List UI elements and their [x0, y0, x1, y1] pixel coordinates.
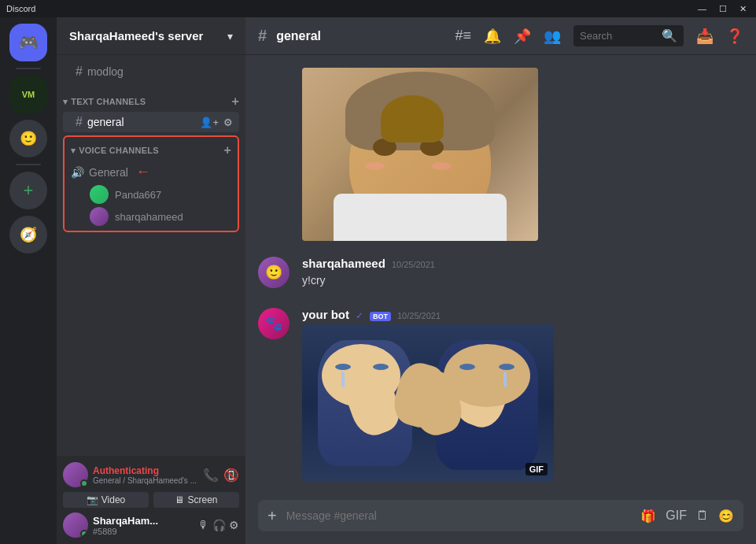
add-voice-channel-icon[interactable]: + [223, 143, 231, 157]
hash-icon: # [76, 65, 83, 79]
voice-icon[interactable]: 📞 [203, 468, 219, 483]
window-controls: — ☐ ✕ [695, 4, 750, 14]
message-input-bar: + 🎁 GIF 🗒 😊 [258, 500, 743, 531]
voice-user-avatar-sharqa [90, 207, 109, 226]
screen-label: Screen [187, 494, 217, 505]
settings-icon[interactable]: ⚙ [223, 117, 233, 128]
message-group-sharqa: 🙂 sharqahameed 10/25/2021 y!cry [258, 253, 743, 292]
user-status-name: Authenticating [93, 465, 198, 476]
sticker-icon[interactable]: 🗒 [696, 509, 709, 524]
channel-item-modlog[interactable]: # modlog [63, 61, 239, 82]
message-content-sharqa: sharqahameed 10/25/2021 y!cry [302, 257, 743, 289]
mute-icon[interactable]: 🎙 [198, 519, 209, 531]
channel-list: # modlog ▾ TEXT CHANNELS + # general 👤+ [57, 55, 245, 456]
members-icon[interactable]: 👥 [544, 28, 561, 45]
search-icon: 🔍 [662, 28, 677, 43]
camera-icon: 📷 [87, 494, 98, 505]
category-voice-channels[interactable]: ▾ VOICE CHANNELS + [65, 140, 238, 161]
search-bar[interactable]: Search 🔍 [573, 25, 684, 46]
category-text-channels[interactable]: ▾ TEXT CHANNELS + [57, 82, 245, 112]
user-area-wrapper: Authenticating General / SharqaHameed's … [57, 456, 245, 544]
video-label: Video [101, 494, 125, 505]
server-icon-voicemod[interactable]: VM [9, 76, 47, 113]
input-icons: 🎁 GIF 🗒 😊 [640, 509, 734, 524]
user-status-row: Authenticating General / SharqaHameed's … [63, 462, 239, 487]
message-author-sharqa: sharqahameed [302, 257, 385, 270]
voice-user-sharqa[interactable]: sharqahameed [65, 205, 238, 228]
user-discriminator: #5889 [93, 527, 194, 536]
user-status-info: Authenticating General / SharqaHameed's … [93, 465, 198, 485]
deafen-icon[interactable]: 🎧 [212, 519, 226, 531]
call-buttons-row: 📷 Video 🖥 Screen [63, 492, 239, 508]
channel-hash-icon: # [258, 27, 267, 45]
hash-icon-general: # [76, 115, 83, 129]
message-timestamp-bot: 10/25/2021 [397, 311, 441, 320]
threads-icon[interactable]: #≡ [455, 28, 471, 44]
message-avatar-bot: 🐾 [258, 308, 289, 339]
message-header-bot: your bot ✓ BOT 10/25/2021 [302, 308, 743, 321]
category-left: ▾ TEXT CHANNELS [63, 97, 146, 107]
user-name-tag: SharqaHam... #5889 [93, 515, 194, 536]
gift-icon[interactable]: 🎁 [640, 509, 656, 524]
voice-user-name-sharqa: sharqahameed [115, 211, 183, 223]
message-group-bot: 🐾 your bot ✓ BOT 10/25/2021 [258, 305, 743, 485]
avatar-emoji: 🙂 [265, 264, 282, 281]
message-input[interactable] [286, 500, 632, 531]
speaker-icon: 🔊 [71, 166, 84, 179]
message-avatar-sharqa: 🙂 [258, 257, 289, 288]
server-separator [16, 68, 41, 69]
message-input-area: + 🎁 GIF 🗒 😊 [245, 500, 756, 544]
chat-header: # general #≡ 🔔 📌 👥 Search 🔍 📥 ❓ [245, 17, 756, 55]
user-info-row: SharqaHam... #5889 🎙 🎧 ⚙ [63, 513, 239, 538]
voice-user-panda667[interactable]: Panda667 [65, 183, 238, 205]
app-title: Discord [6, 4, 35, 13]
disconnect-icon[interactable]: 📵 [223, 468, 239, 483]
add-server-button[interactable]: + [9, 172, 47, 209]
settings-icon-user[interactable]: ⚙ [229, 519, 239, 531]
compass-icon: 🧭 [20, 226, 37, 243]
message-timestamp-sharqa: 10/25/2021 [392, 260, 435, 269]
user-status-location: General / SharqaHameed's ... [93, 476, 198, 485]
inbox-icon[interactable]: 📥 [696, 28, 714, 45]
category-voice-left: ▾ VOICE CHANNELS [71, 146, 159, 156]
discover-server-button[interactable]: 🧭 [9, 216, 47, 253]
message-content-bot: your bot ✓ BOT 10/25/2021 [302, 308, 743, 482]
gif-badge: GIF [526, 463, 548, 476]
app-body: 🎮 VM 🙂 + 🧭 SharqaHameed's server ▾ [0, 17, 756, 544]
plus-icon: + [24, 180, 34, 201]
user-controls: 🎙 🎧 ⚙ [198, 519, 239, 531]
chevron-icon: ▾ [63, 97, 68, 107]
server-list: 🎮 VM 🙂 + 🧭 [0, 17, 57, 544]
username: SharqaHam... [93, 515, 194, 527]
server-name: SharqaHameed's server [69, 29, 203, 43]
user-avatar [63, 513, 88, 538]
add-channel-icon[interactable]: + [231, 94, 239, 109]
top-image-area [258, 68, 743, 241]
server-header[interactable]: SharqaHameed's server ▾ [57, 17, 245, 55]
gif-icon[interactable]: GIF [666, 509, 687, 524]
chat-channel-name: general [276, 29, 321, 43]
add-member-icon[interactable]: 👤+ [200, 117, 219, 128]
server-icon-home[interactable]: 🎮 [9, 24, 47, 61]
screen-button[interactable]: 🖥 Screen [153, 492, 239, 508]
notifications-icon[interactable]: 🔔 [484, 28, 501, 45]
anime-image [302, 68, 538, 241]
pin-icon[interactable]: 📌 [514, 28, 531, 45]
call-icons: 📞 📵 [203, 468, 239, 483]
chat-area: # general #≡ 🔔 📌 👥 Search 🔍 📥 ❓ [245, 17, 756, 544]
message-author-bot: your bot [302, 308, 349, 321]
maximize-button[interactable]: ☐ [716, 4, 730, 14]
close-button[interactable]: ✕ [736, 4, 750, 14]
minimize-button[interactable]: — [695, 4, 710, 14]
voice-channel-name: General [89, 166, 128, 179]
server-icon-current[interactable]: 🙂 [9, 120, 47, 157]
channel-label-general: general [87, 116, 124, 128]
emoji-icon[interactable]: 😊 [718, 509, 734, 524]
status-dot [80, 479, 88, 487]
voice-channel-general[interactable]: 🔊 General ← [65, 161, 238, 183]
attach-plus-icon[interactable]: + [267, 507, 277, 525]
video-button[interactable]: 📷 Video [63, 492, 149, 508]
channel-item-general[interactable]: # general 👤+ ⚙ [63, 112, 239, 132]
help-icon[interactable]: ❓ [726, 28, 743, 45]
status-indicator [80, 530, 88, 538]
